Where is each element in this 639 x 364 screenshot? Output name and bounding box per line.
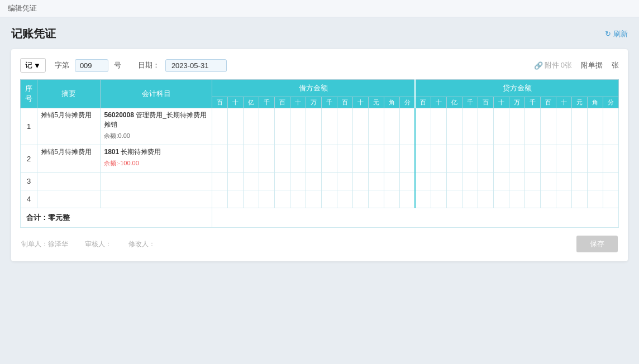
credit-digit-cell[interactable] [415,108,431,145]
row-account[interactable]: 1801 长期待摊费用余额:-100.00 [101,145,212,173]
credit-digit-cell[interactable] [478,173,493,190]
debit-digit-cell[interactable] [368,145,384,173]
debit-digit-cell[interactable] [337,190,352,208]
save-button[interactable]: 保存 [576,236,618,252]
credit-digit-cell[interactable] [524,145,540,173]
voucher-number-input[interactable] [75,59,108,72]
debit-digit-cell[interactable] [337,173,352,190]
debit-digit-cell[interactable] [352,190,368,208]
debit-digit-cell[interactable] [368,190,384,208]
credit-digit-cell[interactable] [509,108,524,145]
table-row[interactable]: 1摊销5月待摊费用56020008 管理费用_长期待摊费用摊销余额:0.00 [21,108,619,145]
debit-digit-cell[interactable] [212,145,227,173]
debit-digit-cell[interactable] [321,173,337,190]
credit-digit-cell[interactable] [478,145,493,173]
debit-digit-cell[interactable] [321,190,337,208]
row-summary[interactable] [37,190,101,208]
credit-digit-cell[interactable] [540,145,556,173]
debit-digit-cell[interactable] [290,190,306,208]
row-summary[interactable]: 摊销5月待摊费用 [37,145,101,173]
debit-digit-cell[interactable] [274,173,290,190]
credit-digit-cell[interactable] [524,190,540,208]
debit-digit-cell[interactable] [306,173,321,190]
record-type-button[interactable]: 记 ▼ [20,58,46,73]
debit-digit-cell[interactable] [368,173,384,190]
debit-digit-cell[interactable] [259,190,274,208]
credit-digit-cell[interactable] [571,173,587,190]
attachment-link[interactable]: 🔗 附件 0张 [534,60,572,70]
row-account[interactable] [101,190,212,208]
table-row[interactable]: 3 [21,173,619,190]
credit-digit-cell[interactable] [556,108,571,145]
credit-digit-cell[interactable] [587,108,603,145]
credit-digit-cell[interactable] [462,173,478,190]
credit-digit-cell[interactable] [493,108,509,145]
credit-digit-cell[interactable] [556,190,571,208]
credit-digit-cell[interactable] [603,190,618,208]
debit-digit-cell[interactable] [368,108,384,145]
debit-digit-cell[interactable] [384,145,399,173]
debit-digit-cell[interactable] [306,108,321,145]
credit-digit-cell[interactable] [524,173,540,190]
credit-digit-cell[interactable] [587,173,603,190]
credit-digit-cell[interactable] [493,190,509,208]
debit-digit-cell[interactable] [399,173,415,190]
credit-digit-cell[interactable] [446,145,462,173]
debit-digit-cell[interactable] [384,173,399,190]
credit-digit-cell[interactable] [493,145,509,173]
credit-digit-cell[interactable] [587,145,603,173]
debit-digit-cell[interactable] [399,108,415,145]
credit-digit-cell[interactable] [431,108,446,145]
credit-digit-cell[interactable] [478,190,493,208]
credit-digit-cell[interactable] [524,108,540,145]
credit-digit-cell[interactable] [556,145,571,173]
row-account[interactable] [101,173,212,190]
credit-digit-cell[interactable] [603,108,618,145]
debit-digit-cell[interactable] [212,190,227,208]
debit-digit-cell[interactable] [290,145,306,173]
debit-digit-cell[interactable] [259,108,274,145]
credit-digit-cell[interactable] [431,190,446,208]
credit-digit-cell[interactable] [571,190,587,208]
credit-digit-cell[interactable] [478,108,493,145]
debit-digit-cell[interactable] [290,173,306,190]
fu-dan-button[interactable]: 附单据 [581,60,603,70]
debit-digit-cell[interactable] [352,108,368,145]
credit-digit-cell[interactable] [603,173,618,190]
debit-digit-cell[interactable] [243,145,259,173]
credit-digit-cell[interactable] [509,190,524,208]
row-account[interactable]: 56020008 管理费用_长期待摊费用摊销余额:0.00 [101,108,212,145]
debit-digit-cell[interactable] [306,190,321,208]
debit-digit-cell[interactable] [290,108,306,145]
date-input[interactable] [165,59,227,72]
debit-digit-cell[interactable] [352,145,368,173]
row-summary[interactable] [37,173,101,190]
debit-digit-cell[interactable] [212,108,227,145]
debit-digit-cell[interactable] [227,108,243,145]
credit-digit-cell[interactable] [571,145,587,173]
debit-digit-cell[interactable] [227,190,243,208]
debit-digit-cell[interactable] [274,190,290,208]
debit-digit-cell[interactable] [321,108,337,145]
debit-digit-cell[interactable] [259,173,274,190]
debit-digit-cell[interactable] [274,108,290,145]
credit-digit-cell[interactable] [587,190,603,208]
debit-digit-cell[interactable] [212,173,227,190]
credit-digit-cell[interactable] [556,173,571,190]
credit-digit-cell[interactable] [446,190,462,208]
credit-digit-cell[interactable] [431,173,446,190]
credit-digit-cell[interactable] [446,108,462,145]
debit-digit-cell[interactable] [337,108,352,145]
credit-digit-cell[interactable] [415,173,431,190]
debit-digit-cell[interactable] [306,145,321,173]
debit-digit-cell[interactable] [384,108,399,145]
credit-digit-cell[interactable] [415,190,431,208]
credit-digit-cell[interactable] [540,190,556,208]
credit-digit-cell[interactable] [603,145,618,173]
debit-digit-cell[interactable] [337,145,352,173]
credit-digit-cell[interactable] [509,173,524,190]
debit-digit-cell[interactable] [243,173,259,190]
row-summary[interactable]: 摊销5月待摊费用 [37,108,101,145]
debit-digit-cell[interactable] [352,173,368,190]
debit-digit-cell[interactable] [259,145,274,173]
